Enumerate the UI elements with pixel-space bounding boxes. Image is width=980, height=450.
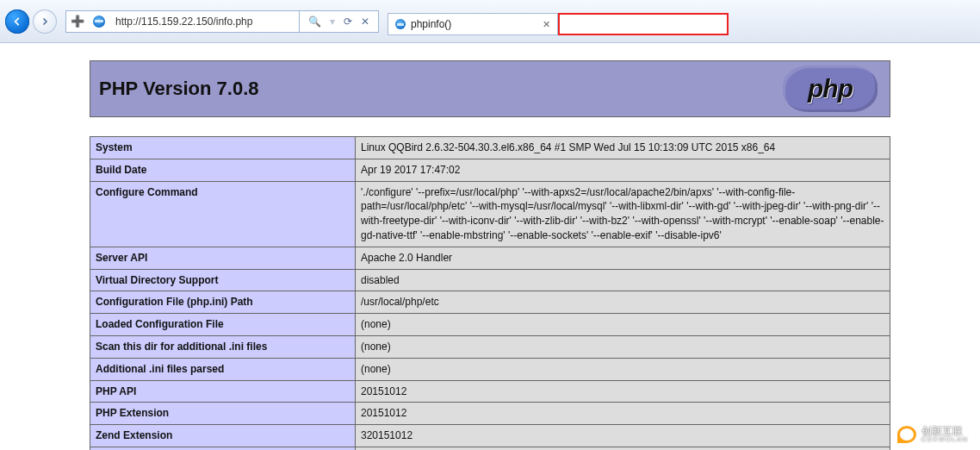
phpinfo-value: disabled — [356, 269, 890, 291]
watermark: 创新互联 CDXWOLAN — [897, 426, 968, 443]
phpinfo-key: Build Date — [90, 159, 356, 181]
phpinfo-value: (none) — [356, 314, 890, 336]
stop-icon[interactable]: ✕ — [361, 16, 369, 28]
table-row: Virtual Directory Supportdisabled — [90, 269, 890, 291]
table-row: PHP Extension20151012 — [90, 403, 890, 425]
url-input[interactable] — [110, 10, 300, 33]
phpinfo-key: Additional .ini files parsed — [90, 358, 356, 380]
phpinfo-key: Server API — [90, 247, 356, 269]
nav-back-button[interactable] — [5, 9, 29, 34]
page-viewport: PHP Version 7.0.8 php SystemLinux QQBird… — [0, 43, 980, 450]
pin-site-icon[interactable]: ➕ — [65, 10, 88, 33]
table-row: Scan this dir for additional .ini files(… — [90, 335, 890, 358]
php-version-title: PHP Version 7.0.8 — [99, 79, 258, 98]
phpinfo-value: /usr/local/php/etc — [356, 291, 890, 314]
refresh-icon[interactable]: ⟳ — [344, 16, 352, 28]
phpinfo-table: SystemLinux QQBird 2.6.32-504.30.3.el6.x… — [90, 136, 890, 450]
site-favicon — [88, 10, 110, 33]
phpinfo-key: Virtual Directory Support — [90, 269, 356, 291]
tab-title: phpinfo() — [411, 18, 451, 30]
phpinfo-value: 20151012 — [356, 380, 890, 403]
phpinfo-key: Configure Command — [90, 181, 356, 247]
browser-chrome: ➕ 🔍 ▾ ⟳ ✕ phpinfo() ✕ — [0, 0, 980, 43]
table-row: Loaded Configuration File(none) — [90, 314, 890, 336]
watermark-subtext: CDXWOLAN — [921, 436, 968, 443]
phpinfo-value: Apache 2.0 Handler — [356, 247, 890, 269]
phpinfo-key: Zend Extension Build — [90, 447, 356, 450]
phpinfo-key: Zend Extension — [90, 425, 356, 447]
phpinfo-key: PHP API — [90, 380, 356, 403]
phpinfo-value: (none) — [356, 358, 890, 380]
address-bar: ➕ 🔍 ▾ ⟳ ✕ — [65, 10, 379, 33]
php-logo: php — [783, 66, 878, 112]
phpinfo-key: PHP Extension — [90, 403, 356, 425]
phpinfo-value: (none) — [356, 335, 890, 358]
table-row: Server APIApache 2.0 Handler — [90, 247, 890, 269]
phpinfo-value: './configure' '--prefix=/usr/local/php' … — [356, 181, 890, 247]
table-row: SystemLinux QQBird 2.6.32-504.30.3.el6.x… — [90, 137, 890, 159]
search-icon[interactable]: 🔍 — [308, 16, 321, 28]
phpinfo-value: 320151012 — [356, 425, 890, 447]
tab-phpinfo[interactable]: phpinfo() ✕ — [388, 13, 558, 35]
ie-icon — [93, 16, 105, 28]
table-row: Additional .ini files parsed(none) — [90, 358, 890, 380]
table-row: Configure Command'./configure' '--prefix… — [90, 181, 890, 247]
table-row: Build DateApr 19 2017 17:47:02 — [90, 159, 890, 181]
phpinfo-container: PHP Version 7.0.8 php SystemLinux QQBird… — [90, 60, 890, 450]
table-row: Zend Extension320151012 — [90, 425, 890, 447]
tab-strip: phpinfo() ✕ — [388, 7, 729, 35]
phpinfo-value: API320151012,NTS — [356, 447, 890, 450]
tab-close-icon[interactable]: ✕ — [543, 19, 550, 30]
table-row: Zend Extension BuildAPI320151012,NTS — [90, 447, 890, 450]
phpinfo-key: Configuration File (php.ini) Path — [90, 291, 356, 314]
table-row: Configuration File (php.ini) Path/usr/lo… — [90, 291, 890, 314]
watermark-icon — [897, 426, 916, 443]
phpinfo-value: Apr 19 2017 17:47:02 — [356, 159, 890, 181]
phpinfo-key: Scan this dir for additional .ini files — [90, 335, 356, 358]
tab-favicon — [395, 19, 406, 29]
phpinfo-header: PHP Version 7.0.8 php — [90, 60, 890, 117]
phpinfo-value: Linux QQBird 2.6.32-504.30.3.el6.x86_64 … — [356, 137, 890, 159]
tab-highlighted[interactable] — [558, 13, 729, 35]
phpinfo-value: 20151012 — [356, 403, 890, 425]
table-row: PHP API20151012 — [90, 380, 890, 403]
url-tools: 🔍 ▾ ⟳ ✕ — [300, 10, 379, 33]
phpinfo-key: System — [90, 137, 356, 159]
phpinfo-key: Loaded Configuration File — [90, 314, 356, 336]
nav-forward-button[interactable] — [33, 9, 57, 34]
